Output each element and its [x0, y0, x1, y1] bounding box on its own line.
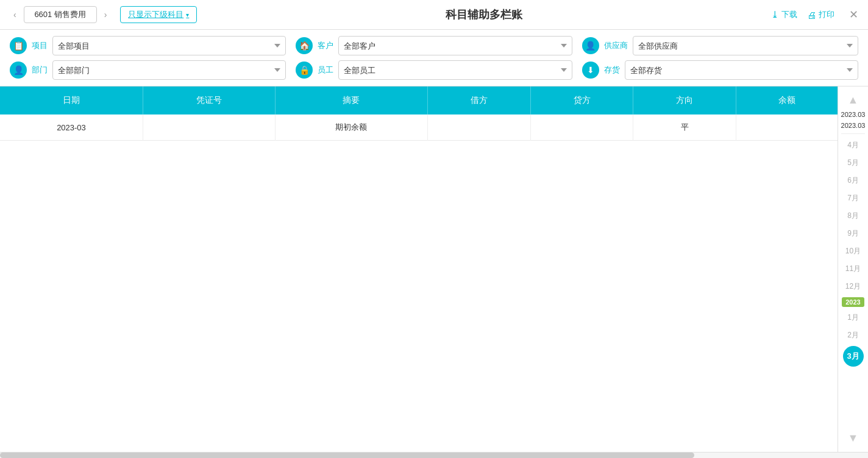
supplier-icon: 👤 [582, 37, 599, 54]
top-bar: ‹ 6601 销售费用 › 只显示下级科目 ▾ 科目辅助多栏账 ⤓ 下载 🖨 打… [0, 0, 868, 30]
scrollbar-thumb[interactable] [0, 453, 694, 458]
department-select[interactable]: 全部部门 [52, 60, 286, 80]
project-label: 项目 [32, 40, 48, 51]
filter-bar: 📋 项目 全部项目 🏠 客户 全部客户 👤 供应商 全部供应商 👤 部门 全 [0, 30, 868, 86]
col-summary: 摘要 [275, 86, 428, 114]
table-row: 2023-03 期初余额 平 [0, 114, 838, 141]
employee-label: 员工 [318, 65, 333, 76]
cell-credit [530, 114, 633, 141]
sidebar-month-5[interactable]: 5月 [838, 154, 868, 172]
customer-filter: 🏠 客户 全部客户 [296, 36, 572, 55]
year-badge: 2023 [842, 297, 864, 307]
col-balance: 余额 [736, 86, 838, 114]
next-account-btn[interactable]: › [101, 9, 111, 21]
cell-debit [428, 114, 530, 141]
sidebar-month-4[interactable]: 4月 [838, 136, 868, 154]
sidebar-month-6[interactable]: 6月 [838, 172, 868, 189]
supplier-filter: 👤 供应商 全部供应商 [582, 36, 858, 55]
inventory-select[interactable]: 全部存货 [625, 60, 858, 80]
col-voucher: 凭证号 [143, 86, 275, 114]
col-date: 日期 [0, 86, 143, 114]
sidebar-month-10[interactable]: 10月 [838, 242, 868, 260]
customer-select[interactable]: 全部客户 [338, 36, 572, 55]
sidebar-up-arrow[interactable]: ▲ [845, 91, 861, 109]
sidebar-period-1[interactable]: 2023.03 [838, 109, 868, 120]
download-button[interactable]: ⤓ 下载 [771, 9, 797, 20]
inventory-icon: ⬇ [582, 62, 599, 79]
chevron-down-icon: ▾ [186, 12, 189, 18]
sidebar-month-3-active[interactable]: 3月 [843, 346, 864, 367]
close-button[interactable]: ✕ [849, 8, 858, 21]
sidebar-month-9[interactable]: 9月 [838, 225, 868, 242]
department-icon: 👤 [10, 62, 27, 79]
department-filter: 👤 部门 全部部门 [10, 60, 286, 80]
project-icon: 📋 [10, 37, 27, 54]
employee-icon: 🔒 [296, 62, 313, 79]
prev-account-btn[interactable]: ‹ [10, 9, 20, 21]
inventory-filter: ⬇ 存货 全部存货 [582, 60, 858, 80]
sidebar-month-2[interactable]: 2月 [838, 326, 868, 344]
col-direction: 方向 [633, 86, 736, 114]
sidebar-period-2[interactable]: 2023.03 [838, 120, 868, 131]
sidebar-month-11[interactable]: 11月 [838, 260, 868, 278]
customer-label: 客户 [318, 40, 333, 51]
download-icon: ⤓ [771, 9, 779, 20]
cell-direction: 平 [633, 114, 736, 141]
sidebar-month-8[interactable]: 8月 [838, 207, 868, 225]
ledger-table: 日期 凭证号 摘要 借方 贷方 方向 余额 2023-03 期初余额 [0, 86, 838, 141]
account-code-label: 6601 销售费用 [24, 6, 97, 23]
download-label: 下载 [781, 9, 797, 20]
right-sidebar: ▲ 2023.03 2023.03 4月 5月 6月 7月 8月 9月 10月 … [838, 86, 868, 452]
top-actions: ⤓ 下载 🖨 打印 ✕ [771, 8, 858, 21]
col-credit: 贷方 [530, 86, 633, 114]
show-sub-button[interactable]: 只显示下级科目 ▾ [120, 6, 197, 23]
sidebar-divider-1 [841, 133, 865, 134]
department-label: 部门 [32, 65, 48, 76]
supplier-label: 供应商 [604, 40, 628, 51]
page-title: 科目辅助多栏账 [197, 7, 771, 22]
project-select[interactable]: 全部项目 [52, 36, 286, 55]
supplier-select[interactable]: 全部供应商 [633, 36, 858, 55]
account-nav: ‹ 6601 销售费用 › [10, 6, 110, 23]
cell-date: 2023-03 [0, 114, 143, 141]
print-button[interactable]: 🖨 打印 [807, 9, 834, 20]
sidebar-down-arrow[interactable]: ▼ [845, 429, 861, 447]
cell-summary: 期初余额 [275, 114, 428, 141]
horizontal-scrollbar[interactable] [0, 452, 868, 458]
col-debit: 借方 [428, 86, 530, 114]
show-sub-label: 只显示下级科目 [128, 9, 183, 20]
sidebar-month-7[interactable]: 7月 [838, 189, 868, 207]
sidebar-month-12[interactable]: 12月 [838, 278, 868, 295]
main-container: ‹ 6601 销售费用 › 只显示下级科目 ▾ 科目辅助多栏账 ⤓ 下载 🖨 打… [0, 0, 868, 458]
table-wrapper: 日期 凭证号 摘要 借方 贷方 方向 余额 2023-03 期初余额 [0, 86, 838, 452]
employee-filter: 🔒 员工 全部员工 [296, 60, 572, 80]
print-icon: 🖨 [807, 10, 816, 20]
customer-icon: 🏠 [296, 37, 313, 54]
employee-select[interactable]: 全部员工 [338, 60, 572, 80]
sidebar-month-1[interactable]: 1月 [838, 309, 868, 326]
cell-voucher [143, 114, 275, 141]
project-filter: 📋 项目 全部项目 [10, 36, 286, 55]
cell-balance [736, 114, 838, 141]
print-label: 打印 [819, 9, 834, 20]
inventory-label: 存货 [604, 65, 620, 76]
